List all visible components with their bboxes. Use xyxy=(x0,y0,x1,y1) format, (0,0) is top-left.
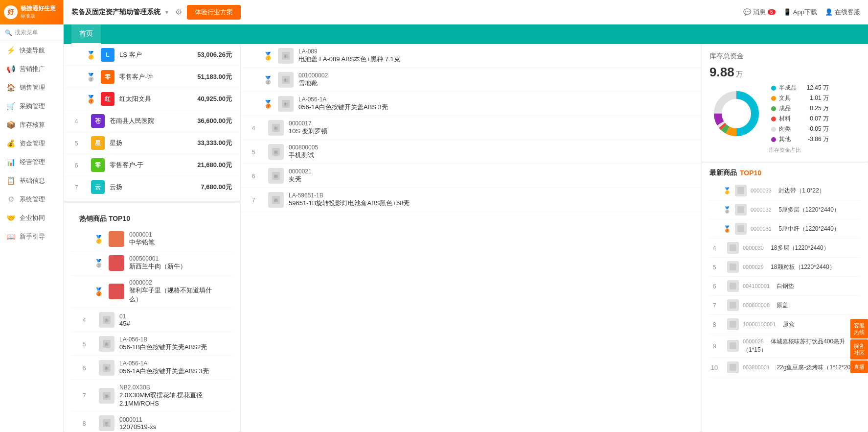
hot-product-item[interactable]: 6 图 LA-056-1A 056-1A白色按键开关盖ABS 3壳 xyxy=(71,356,232,380)
sidebar-item-cooperation[interactable]: 🤝 企业协同 xyxy=(0,209,63,227)
legend-item: 肉类 -0.05 万 xyxy=(771,125,829,133)
product-image xyxy=(727,280,739,292)
tab-home[interactable]: 首页 xyxy=(71,24,101,44)
new-product-item[interactable]: 9 0000028 体城嘉核味苏打饮品400毫升（1*15） xyxy=(709,334,860,358)
product-name: 5厘多层（1220*2440） xyxy=(778,206,840,213)
hot-product-item[interactable]: 🥇 0000001 中华铅笔 xyxy=(71,227,232,251)
product-info: LA-056-1B 056-1B白色按键开关壳ABS2壳 xyxy=(119,336,207,352)
customer-service-hotline-button[interactable]: 客服热线 xyxy=(850,319,868,339)
svg-text:图: 图 xyxy=(105,366,109,371)
chart-legend: 半成品 12.45 万 文具 1.01 万 成品 0.25 万 材料 0.07 … xyxy=(771,84,829,144)
svg-text:图: 图 xyxy=(274,126,278,131)
customer-rank-item[interactable]: 8 肖 肖总 7,563.00元 xyxy=(64,198,240,201)
mid-product-item[interactable]: 7 图 LA-59651-1B 59651-1B旋转投影灯电池盒ABS黑色+58… xyxy=(241,188,701,212)
product-name: 新西兰牛肉（新牛） xyxy=(129,262,186,271)
app-name: 畅捷通好生意 xyxy=(21,5,56,13)
messages-button[interactable]: 💬 消息 6 xyxy=(743,8,776,17)
sidebar-item-basics[interactable]: 📋 基础信息 xyxy=(0,171,63,190)
hot-product-item[interactable]: 4 图 01 45# xyxy=(71,308,232,332)
new-product-item[interactable]: 10 003800001 22g鱼豆腐-烧烤味（1*12*20） xyxy=(709,358,860,377)
mid-product-item[interactable]: 4 图 0000017 10S 变刹罗顿 xyxy=(241,116,701,140)
hot-product-item[interactable]: 5 图 LA-056-1B 056-1B白色按键开关壳ABS2壳 xyxy=(71,332,232,356)
rank-number: 6 xyxy=(79,364,89,372)
product-info: 003800001 22g鱼豆腐-烧烤味（1*12*20） xyxy=(743,363,860,372)
sidebar-item-inventory[interactable]: 📦 库存核算 xyxy=(0,116,63,134)
customer-rank-item[interactable]: 🥈 零 零售客户-许 51,183.00元 xyxy=(64,66,240,88)
product-info: LA-056-1A 056-1A白色按键开关盖ABS 3壳 xyxy=(298,96,388,112)
svg-rect-34 xyxy=(737,206,744,213)
mid-product-item[interactable]: 6 图 0000021 夹壳 xyxy=(241,164,701,188)
hot-product-item[interactable]: 🥉 0000002 智利车子里（规格不知道填什么） xyxy=(71,275,232,308)
product-image: 图 xyxy=(268,120,284,136)
rank-medal: 🥉 xyxy=(86,95,96,104)
new-product-item[interactable]: 6 004100001 白钢垫 xyxy=(709,277,860,296)
customer-rank-item[interactable]: 4 苍 苍南县人民医院 36,600.00元 xyxy=(64,110,240,132)
search-label: 搜索菜单 xyxy=(15,28,38,37)
new-product-item[interactable]: 🥈 0000032 5厘多层（1220*2440） xyxy=(709,200,860,219)
new-products-title: 最新商品 TOP10 xyxy=(709,168,860,177)
sidebar-item-sales[interactable]: 🏠 销售管理 xyxy=(0,78,63,97)
rank-number: 5 xyxy=(79,340,89,348)
customer-rank-item[interactable]: 5 星 星扬 33,333.00元 xyxy=(64,132,240,154)
sidebar: 好 畅捷通好生意 标准版 🔍 搜索菜单 ⚡ 快捷导航 📢 营销推广 🏠 销售管理… xyxy=(0,0,64,432)
hot-product-item[interactable]: 7 图 NB2.0X30B 2.0X30MM双摆花轴.摆花直径2.1MM/ROH… xyxy=(71,380,232,411)
dropdown-icon[interactable]: ▾ xyxy=(165,9,168,16)
product-name: 10S 变刹罗顿 xyxy=(289,127,327,136)
customer-rank-item[interactable]: 6 零 零售客户-于 21,680.00元 xyxy=(64,154,240,176)
quicknav-icon: ⚡ xyxy=(6,46,16,55)
sidebar-item-system[interactable]: ⚙ 系统管理 xyxy=(0,190,63,209)
new-product-item[interactable]: 5 0000029 18颗粒板（1220*2440） xyxy=(709,258,860,277)
app-download-button[interactable]: 📱 App下载 xyxy=(783,8,817,17)
sidebar-item-purchase[interactable]: 🛒 采购管理 xyxy=(0,97,63,116)
topbar-right: 💬 消息 6 📱 App下载 👤 在线客服 xyxy=(743,8,860,17)
product-name: 封边带（1.0*22） xyxy=(778,187,825,194)
sidebar-item-marketing[interactable]: 📢 营销推广 xyxy=(0,60,63,78)
rank-number: 8 xyxy=(709,321,719,328)
system-name: 装备及固定资产辅助管理系统 xyxy=(71,8,160,17)
service-community-button[interactable]: 服务社区 xyxy=(850,339,868,360)
new-product-item[interactable]: 8 10000100001 原盒 xyxy=(709,315,860,334)
customer-rank-item[interactable]: 🥇 L LS 客户 53,006.26元 xyxy=(64,44,240,66)
sidebar-item-quicknav[interactable]: ⚡ 快捷导航 xyxy=(0,41,63,60)
legend-dot xyxy=(771,117,776,121)
new-product-item[interactable]: 4 0000030 18多层（1220*2440） xyxy=(709,239,860,258)
product-code: 0000033 xyxy=(751,188,777,193)
new-product-item[interactable]: 🥉 0000031 5厘中纤（1220*2440） xyxy=(709,219,860,239)
mid-product-item[interactable]: 🥉 图 LA-056-1A 056-1A白色按键开关盖ABS 3壳 xyxy=(241,92,701,116)
app-logo-icon: 好 xyxy=(4,5,18,19)
product-code: 0000032 xyxy=(751,207,777,213)
new-product-item[interactable]: 7 000800008 原盖 xyxy=(709,296,860,315)
sidebar-item-finance[interactable]: 💰 资金管理 xyxy=(0,134,63,153)
product-code: LA-089 xyxy=(298,48,400,55)
donut-chart-svg xyxy=(709,87,763,141)
sidebar-item-label: 经营管理 xyxy=(20,158,45,167)
sidebar-item-operations[interactable]: 📊 经营管理 xyxy=(0,153,63,171)
customer-rank-item[interactable]: 🥉 红 红太阳文具 40,925.00元 xyxy=(64,88,240,110)
online-service-button[interactable]: 👤 在线客服 xyxy=(825,8,860,17)
product-code: 004100001 xyxy=(743,283,775,289)
hot-product-item[interactable]: 🥈 000500001 新西兰牛肉（新牛） xyxy=(71,251,232,275)
settings-icon[interactable]: ⚙ xyxy=(175,7,182,17)
hot-product-item[interactable]: 8 图 0000011 12070519-xs xyxy=(71,411,232,432)
customer-rank-item[interactable]: 7 云 云扬 7,680.00元 xyxy=(64,176,240,198)
mid-product-item[interactable]: 5 图 000800005 手机测试 xyxy=(241,140,701,164)
new-product-item[interactable]: 🥇 0000033 封边带（1.0*22） xyxy=(709,181,860,200)
legend-label: 其他 xyxy=(779,135,791,144)
customer-name: LS 客户 xyxy=(119,50,192,59)
mid-product-item[interactable]: 🥇 图 LA-089 电池盖 LA-089 ABS本色+黑种 7.1克 xyxy=(241,44,701,68)
mid-product-item[interactable]: 🥈 图 001000002 雪地靴 xyxy=(241,68,701,92)
sidebar-item-label: 营销推广 xyxy=(20,65,45,73)
mid-panel: 🥇 图 LA-089 电池盖 LA-089 ABS本色+黑种 7.1克 🥈 图 … xyxy=(241,44,701,432)
legend-value: 0.25 万 xyxy=(799,104,829,113)
sidebar-search[interactable]: 🔍 搜索菜单 xyxy=(0,24,63,41)
customer-name: 零售客户-许 xyxy=(119,72,192,81)
sidebar-item-guide[interactable]: 📖 新手引导 xyxy=(0,227,63,246)
svg-rect-35 xyxy=(737,225,744,232)
trial-button[interactable]: 体验行业方案 xyxy=(187,5,241,20)
legend-item: 其他 -3.86 万 xyxy=(771,135,829,144)
live-stream-button[interactable]: 直播 xyxy=(850,360,868,373)
product-code: LA-056-1A xyxy=(119,360,209,367)
hot-products-title: 热销商品 TOP10 xyxy=(71,209,232,227)
legend-value: -0.05 万 xyxy=(799,125,829,133)
svg-text:图: 图 xyxy=(274,198,278,203)
